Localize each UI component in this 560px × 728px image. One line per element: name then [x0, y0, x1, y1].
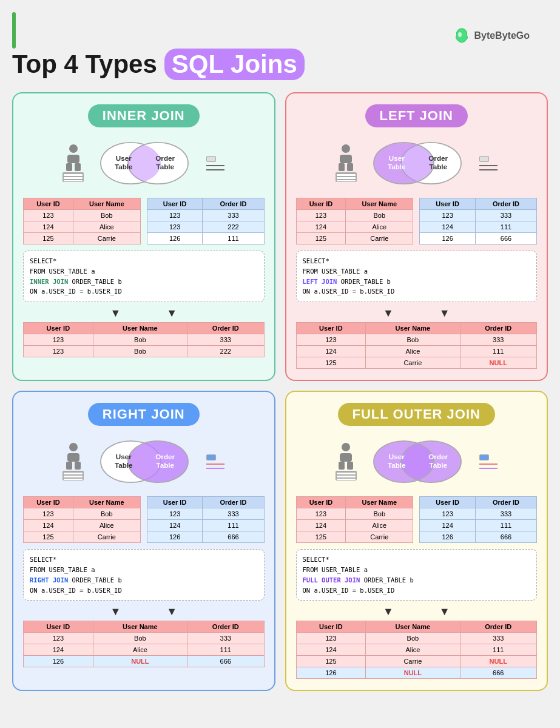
svg-rect-56	[337, 479, 356, 480]
svg-point-17	[342, 144, 350, 153]
svg-point-1	[69, 144, 78, 153]
page-title: Top 4 Types SQL Joins	[12, 49, 548, 80]
right-join-keyword: RIGHT JOIN	[30, 576, 68, 584]
svg-rect-37	[75, 462, 81, 470]
left-join-user-table: User IDUser Name 123Bob 124Alice 125Carr…	[296, 198, 414, 244]
person-icon-full	[336, 442, 357, 482]
full-outer-join-title: FULL OUTER JOIN	[338, 403, 495, 426]
svg-rect-51	[339, 462, 345, 470]
full-outer-join-legend	[479, 454, 498, 469]
inner-join-user-table: User IDUser Name 123Bob 124Alice 125Carr…	[23, 198, 141, 244]
full-outer-join-result-table: User IDUser NameOrder ID 123Bob333 124Al…	[296, 621, 538, 679]
full-outer-join-user-table: User IDUser Name 123Bob 124Alice 125Carr…	[296, 496, 414, 543]
svg-text:Table: Table	[388, 163, 406, 170]
svg-text:User: User	[389, 154, 405, 162]
svg-rect-23	[337, 177, 356, 179]
left-join-result: User IDUser NameOrder ID 123Bob333 124Al…	[296, 322, 538, 369]
left-join-title: LEFT JOIN	[365, 104, 468, 127]
svg-rect-54	[337, 473, 356, 474]
inner-join-venn-svg: User Table Order Table	[90, 136, 199, 190]
left-join-card: LEFT JOIN	[285, 92, 548, 381]
title-part1: Top 4 Types	[12, 50, 157, 79]
inner-join-arrows: ▼ ▼	[23, 307, 265, 320]
left-join-arrows: ▼ ▼	[296, 307, 538, 320]
svg-rect-2	[67, 155, 79, 163]
svg-text:User: User	[389, 453, 405, 460]
left-join-result-table: User IDUser NameOrder ID 123Bob333 124Al…	[296, 322, 538, 369]
svg-text:User: User	[116, 154, 132, 162]
svg-text:Table: Table	[429, 163, 447, 170]
svg-rect-35	[67, 453, 79, 462]
brand-name: ByteByteGo	[474, 30, 530, 41]
inner-join-order-table: User IDOrder ID 123333 123222 126111	[147, 198, 265, 244]
svg-text:Table: Table	[429, 461, 447, 469]
brand-logo: ByteByteGo	[453, 27, 530, 44]
inner-join-card: INNER JOIN	[12, 92, 275, 381]
full-outer-join-venn: User Table Order Table	[296, 434, 538, 489]
svg-text:Order: Order	[156, 453, 175, 460]
full-outer-join-order-table: User IDOrder ID 123333 124111 126666	[419, 496, 537, 543]
person-icon-inner	[62, 144, 84, 183]
brand-icon	[453, 27, 470, 44]
svg-rect-19	[339, 163, 345, 171]
right-join-user-table: User IDUser Name 123Bob 124Alice 125Carr…	[23, 496, 141, 543]
right-join-legend	[206, 454, 224, 469]
inner-join-keyword: INNER JOIN	[30, 278, 68, 285]
left-join-keyword: LEFT JOIN	[303, 278, 337, 285]
left-join-venn: User Table Order Table	[296, 136, 538, 190]
svg-text:User: User	[116, 453, 132, 460]
svg-rect-18	[340, 155, 352, 163]
full-outer-join-card: FULL OUTER JOIN	[285, 391, 548, 691]
right-join-title: RIGHT JOIN	[88, 403, 200, 426]
svg-rect-40	[64, 476, 83, 477]
svg-rect-55	[337, 476, 356, 477]
svg-point-34	[69, 443, 78, 451]
full-outer-join-result: User IDUser NameOrder ID 123Bob333 124Al…	[296, 621, 538, 679]
svg-text:Order: Order	[428, 453, 448, 460]
full-outer-join-sql: SELECT* FROM USER_TABLE a FULL OUTER JOI…	[296, 549, 538, 601]
svg-text:Table: Table	[388, 461, 406, 469]
svg-rect-6	[64, 174, 83, 176]
svg-point-49	[342, 443, 350, 451]
svg-rect-7	[64, 177, 83, 179]
svg-text:Table: Table	[157, 163, 175, 170]
svg-rect-22	[337, 174, 356, 176]
svg-rect-8	[64, 180, 83, 181]
join-types-grid: INNER JOIN	[12, 92, 548, 691]
svg-text:Table: Table	[157, 461, 175, 469]
sql-highlight: SQL Joins	[164, 49, 305, 80]
right-join-sql: SELECT* FROM USER_TABLE a RIGHT JOIN ORD…	[23, 549, 265, 601]
svg-rect-4	[75, 163, 81, 171]
svg-rect-52	[347, 462, 353, 470]
right-join-result: User IDUser NameOrder ID 123Bob333 124Al…	[23, 621, 265, 667]
svg-rect-41	[64, 479, 83, 480]
left-join-input-tables: User IDUser Name 123Bob 124Alice 125Carr…	[296, 198, 538, 244]
full-outer-join-venn-svg: User Table Order Table	[363, 434, 472, 489]
right-join-card: RIGHT JOIN	[12, 391, 275, 691]
left-join-legend	[479, 156, 498, 170]
svg-rect-39	[64, 473, 83, 474]
inner-join-legend	[206, 156, 224, 170]
svg-text:Order: Order	[156, 154, 175, 162]
right-join-result-table: User IDUser NameOrder ID 123Bob333 124Al…	[23, 621, 265, 667]
svg-text:Order: Order	[428, 154, 448, 162]
inner-join-result-table: User IDUser NameOrder ID 123Bob333 123Bo…	[23, 322, 265, 357]
right-join-venn-svg: User Table Order Table	[90, 434, 199, 489]
left-join-order-table: User IDOrder ID 123333 124111 126666	[419, 198, 537, 244]
full-outer-join-keyword: FULL OUTER JOIN	[303, 576, 360, 584]
person-icon-right	[62, 442, 84, 482]
inner-join-result: User IDUser NameOrder ID 123Bob333 123Bo…	[23, 322, 265, 357]
svg-rect-50	[340, 453, 352, 462]
full-outer-join-input-tables: User IDUser Name 123Bob 124Alice 125Carr…	[296, 496, 538, 543]
person-icon-left	[336, 144, 357, 183]
svg-text:Table: Table	[115, 461, 133, 469]
svg-point-0	[458, 32, 462, 37]
svg-rect-20	[347, 163, 353, 171]
svg-rect-36	[66, 462, 72, 470]
inner-join-venn: User Table Order Table	[23, 136, 265, 190]
right-join-order-table: User IDOrder ID 123333 124111 126666	[147, 496, 265, 543]
inner-join-title: INNER JOIN	[88, 104, 200, 127]
header: Top 4 Types SQL Joins ByteByteGo	[12, 12, 548, 80]
right-join-input-tables: User IDUser Name 123Bob 124Alice 125Carr…	[23, 496, 265, 543]
left-join-sql: SELECT* FROM USER_TABLE a LEFT JOIN ORDE…	[296, 251, 538, 302]
